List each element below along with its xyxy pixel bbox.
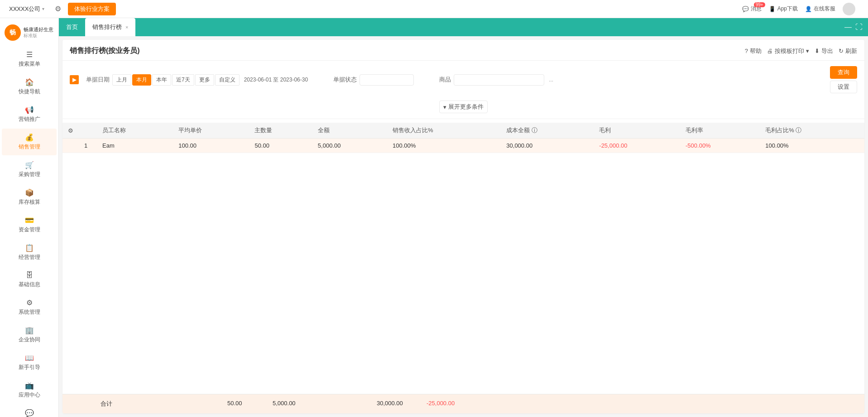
tab-sales-ranking[interactable]: 销售排行榜 × <box>85 18 135 36</box>
stock-calc-icon: 📦 <box>25 188 34 197</box>
sidebar-item-app-center-label: 应用中心 <box>19 391 40 399</box>
footer-gross-rate-cell <box>466 398 512 410</box>
row-rank: 1 <box>79 139 97 153</box>
row-gross: -25,000.00 <box>594 139 680 153</box>
logo-icon: 畅 <box>5 24 21 41</box>
page-content: 销售排行榜(按业务员) ? 帮助 🖨 按模板打印 ▾ ⬇ 导出 <box>62 40 864 413</box>
online-service-label: 在线客服 <box>814 5 835 13</box>
table-wrapper: ⚙ 员工名称 平均单价 主数量 全额 销售收入占比% 成本全额 ⓘ 毛利 毛利率… <box>62 119 864 394</box>
biz-mgmt-icon: 📋 <box>25 244 34 252</box>
purchase-mgmt-icon: 🛒 <box>25 161 34 169</box>
tab-minimize-button[interactable]: — <box>844 23 852 31</box>
sidebar-item-purchase-mgmt[interactable]: 🛒 采购管理 <box>2 156 57 183</box>
sidebar-item-fund-mgmt-label: 资金管理 <box>19 226 40 234</box>
col-name: 员工名称 <box>97 123 173 139</box>
header-settings-button[interactable]: ⚙ <box>52 3 64 15</box>
expand-conditions-button[interactable]: ▾ 展开更多条件 <box>439 101 488 113</box>
status-filter-item: 单据状态 <box>333 74 414 86</box>
help-button[interactable]: ? 帮助 <box>745 47 762 55</box>
sidebar-item-stock-calc-label: 库存核算 <box>19 198 40 206</box>
active-tab-label: 销售排行榜 <box>92 23 122 31</box>
status-filter-select[interactable] <box>360 74 414 86</box>
refresh-icon: ↻ <box>839 48 844 54</box>
trial-button[interactable]: 体验行业方案 <box>68 3 116 15</box>
col-gross-pct: 毛利占比% ⓘ <box>760 123 864 139</box>
sidebar-item-search-order-label: 搜索菜单 <box>19 60 40 68</box>
date-btn-last-7-days[interactable]: 近7天 <box>172 74 194 86</box>
goods-filter-input[interactable] <box>454 74 544 86</box>
footer-amount-cell: 5,000.00 <box>267 398 321 410</box>
tab-home[interactable]: 首页 <box>59 18 85 36</box>
date-btn-this-month[interactable]: 本月 <box>132 74 151 86</box>
date-btn-last-month[interactable]: 上月 <box>112 74 131 86</box>
corp-wechat-icon: 💬 <box>25 409 34 417</box>
marketing-icon: 📢 <box>25 105 34 114</box>
footer-rank-cell <box>82 398 95 410</box>
goods-more-icon: ... <box>549 77 553 83</box>
row-amount: 5,000.00 <box>312 139 387 153</box>
company-selector[interactable]: XXXXX公司 ▾ <box>5 3 48 15</box>
print-label: 按模板打印 <box>775 47 804 55</box>
help-icon: ? <box>745 48 748 54</box>
export-button[interactable]: ⬇ 导出 <box>815 47 833 55</box>
sidebar-item-beginner-guide[interactable]: 📖 新手引导 <box>2 349 57 376</box>
date-btn-this-year[interactable]: 本年 <box>152 74 171 86</box>
sidebar-item-quick-nav[interactable]: 🏠 快捷导航 <box>2 73 57 100</box>
settings-button[interactable]: 设置 <box>830 81 857 93</box>
page-title: 销售排行榜(按业务员) <box>70 46 140 56</box>
message-button[interactable]: 💬 消息 99+ <box>742 5 762 13</box>
date-btn-custom[interactable]: 自定义 <box>215 74 240 86</box>
sidebar-item-fund-mgmt[interactable]: 💳 资金管理 <box>2 211 57 238</box>
status-filter-label: 单据状态 <box>333 76 357 84</box>
sidebar-item-app-center[interactable]: 📺 应用中心 <box>2 377 57 403</box>
sidebar-item-search-order[interactable]: ☰ 搜索菜单 <box>2 46 57 72</box>
app-download-button[interactable]: 📱 App下载 <box>769 5 798 13</box>
sidebar-item-beginner-guide-label: 新手引导 <box>19 364 40 371</box>
footer-settings-cell <box>68 398 82 410</box>
date-range-text: 2023-06-01 至 2023-06-30 <box>244 76 308 84</box>
print-button[interactable]: 🖨 按模板打印 ▾ <box>767 47 809 55</box>
page-actions: ? 帮助 🖨 按模板打印 ▾ ⬇ 导出 ↻ 刷新 <box>745 47 857 55</box>
date-filter-item: 单据日期 上月 本月 本年 近7天 更多 自定义 2023-06-01 至 20… <box>86 74 308 86</box>
sidebar-item-corp-collab[interactable]: 🏢 企业协同 <box>2 321 57 348</box>
basic-info-icon: 🗄 <box>26 271 33 279</box>
sidebar-item-sales-mgmt[interactable]: 💰 销售管理 <box>2 129 57 155</box>
row-main-qty: 50.00 <box>249 139 312 153</box>
sidebar-item-biz-mgmt-label: 经营管理 <box>19 254 40 261</box>
sidebar-item-basic-info[interactable]: 🗄 基础信息 <box>2 267 57 293</box>
sidebar-item-corp-wechat[interactable]: 💬 企业微信 <box>2 404 57 417</box>
corp-collab-icon: 🏢 <box>25 326 34 335</box>
sidebar-item-marketing[interactable]: 📢 营销推广 <box>2 101 57 128</box>
footer-avg-price-cell <box>177 398 222 410</box>
footer-cells: 合计 50.00 5,000.00 30,000.00 -25,000.00 <box>68 398 859 410</box>
row-gross-rate: -500.00% <box>680 139 760 153</box>
goods-filter-label: 商品 <box>439 76 451 84</box>
tab-maximize-button[interactable]: ⛶ <box>855 23 863 31</box>
tab-close-button[interactable]: × <box>125 24 128 30</box>
company-name: XXXXX公司 <box>9 5 40 13</box>
logo-text: 畅康通好生意 <box>24 26 53 33</box>
beginner-guide-icon: 📖 <box>25 354 34 362</box>
sidebar-item-basic-info-label: 基础信息 <box>19 281 40 288</box>
sidebar-item-system-mgmt[interactable]: ⚙ 系统管理 <box>2 294 57 321</box>
service-icon: 👤 <box>805 6 812 12</box>
date-btn-more[interactable]: 更多 <box>195 74 214 86</box>
table-footer: 合计 50.00 5,000.00 30,000.00 -25,000.00 <box>62 394 864 413</box>
user-avatar[interactable] <box>843 3 855 15</box>
filter-expand-icon[interactable]: ▶ <box>70 75 79 84</box>
filter-area: ▶ 单据日期 上月 本月 本年 近7天 更多 自定义 2023- <box>62 61 864 119</box>
refresh-button[interactable]: ↻ 刷新 <box>839 47 857 55</box>
system-mgmt-icon: ⚙ <box>26 298 33 307</box>
col-sales-pct: 销售收入占比% <box>387 123 501 139</box>
sidebar-item-biz-mgmt[interactable]: 📋 经营管理 <box>2 239 57 266</box>
sidebar-item-stock-calc[interactable]: 📦 库存核算 <box>2 184 57 211</box>
query-button[interactable]: 查询 <box>830 66 857 79</box>
sidebar-item-corp-collab-label: 企业协同 <box>19 336 40 344</box>
col-settings[interactable]: ⚙ <box>62 123 79 139</box>
print-icon: 🖨 <box>767 48 773 54</box>
home-tab-label: 首页 <box>66 23 78 31</box>
row-cost-amount: 30,000.00 <box>501 139 594 153</box>
sidebar-logo: 畅 畅康通好生意 标准版 <box>0 18 58 45</box>
online-service-button[interactable]: 👤 在线客服 <box>805 5 835 13</box>
filter-row-1: ▶ 单据日期 上月 本月 本年 近7天 更多 自定义 2023- <box>70 66 857 93</box>
